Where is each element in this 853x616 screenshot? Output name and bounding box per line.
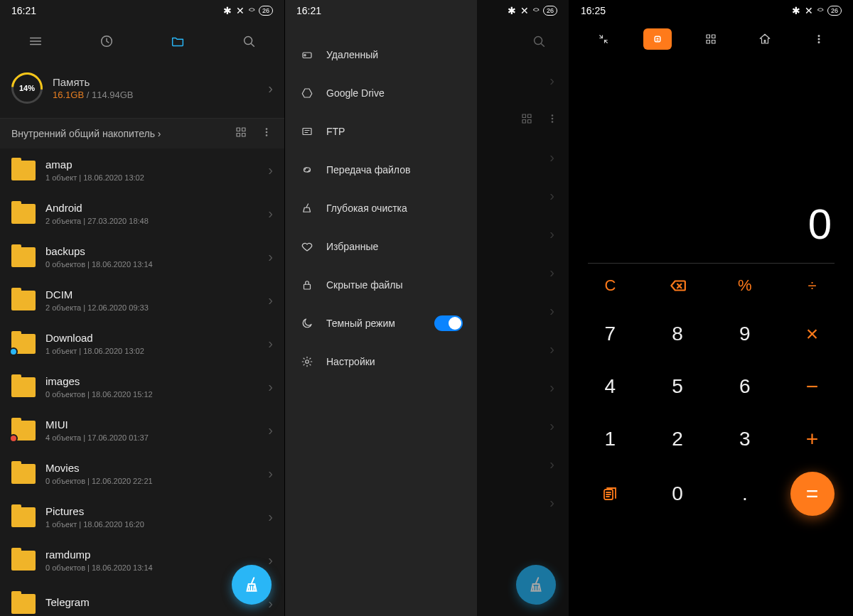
folder-item[interactable]: Movies0 объектов | 12.06.2020 22:21› xyxy=(0,452,284,495)
storage-label: Память xyxy=(53,76,268,88)
folder-icon xyxy=(11,377,36,397)
calculator-action-row: C % ÷ xyxy=(569,264,853,308)
wifi-icon: ⌔ xyxy=(817,5,823,16)
folder-item[interactable]: images0 объектов | 18.06.2020 15:12› xyxy=(0,365,284,409)
folder-item[interactable]: Download1 объект | 18.06.2020 13:02› xyxy=(0,322,284,365)
breadcrumb[interactable]: Внутренний общий накопитель › xyxy=(11,128,235,139)
broom-icon xyxy=(299,200,315,216)
folder-item[interactable]: amap1 объект | 18.06.2020 13:02› xyxy=(0,148,284,192)
calculator-mode-tabs xyxy=(569,21,853,57)
svg-point-18 xyxy=(304,55,306,56)
menu-item-gear[interactable]: Настройки xyxy=(285,342,477,381)
key-dot[interactable]: . xyxy=(712,468,779,520)
folder-icon xyxy=(11,551,36,571)
standard-mode-tab[interactable] xyxy=(643,28,672,50)
svg-point-9 xyxy=(535,37,542,45)
key-1[interactable]: 1 xyxy=(576,413,644,465)
key-minus[interactable]: − xyxy=(778,360,846,413)
search-button[interactable] xyxy=(229,21,269,61)
svg-rect-13 xyxy=(528,120,532,124)
folder-item[interactable]: Pictures1 объект | 18.06.2020 16:20› xyxy=(0,495,284,539)
more-button[interactable] xyxy=(260,126,273,141)
storage-summary[interactable]: 14% Память 16.1GB / 114.94GB › xyxy=(0,61,284,118)
menu-button[interactable] xyxy=(16,21,55,61)
folder-item[interactable]: Android2 объекта | 27.03.2020 18:48› xyxy=(0,192,284,235)
svg-rect-4 xyxy=(237,134,240,137)
folder-name: MIUI xyxy=(45,418,268,431)
heart-icon xyxy=(299,239,315,254)
menu-item-label: Темный режим xyxy=(326,318,434,329)
chevron-right-icon: › xyxy=(549,379,554,396)
status-time: 16:21 xyxy=(11,5,36,16)
chevron-right-icon: › xyxy=(268,335,273,352)
menu-item-broom[interactable]: Глубокая очистка xyxy=(285,189,477,227)
grid-view-icon[interactable] xyxy=(520,112,533,125)
menu-item-link[interactable]: Передача файлов xyxy=(285,151,477,189)
currency-mode-tab[interactable] xyxy=(751,28,779,50)
bluetooth-icon: ✱ xyxy=(223,5,232,16)
equals-button[interactable]: = xyxy=(778,472,846,516)
percent-button[interactable]: % xyxy=(724,276,766,295)
folder-icon xyxy=(11,334,36,354)
folder-icon xyxy=(11,161,36,180)
menu-item-drive[interactable]: Google Drive xyxy=(285,74,477,112)
alert-badge-icon xyxy=(9,434,18,443)
lock-icon xyxy=(299,277,315,293)
collapse-icon[interactable] xyxy=(589,28,618,50)
cleaner-fab[interactable] xyxy=(232,565,272,605)
cleaner-fab[interactable] xyxy=(516,565,556,605)
key-3[interactable]: 3 xyxy=(712,413,779,465)
bg-view-controls xyxy=(476,99,569,138)
folder-meta: 1 объект | 18.06.2020 16:20 xyxy=(45,520,268,529)
menu-item-label: Избранные xyxy=(326,241,463,252)
key-8[interactable]: 8 xyxy=(644,308,712,360)
battery-indicator: 26 xyxy=(827,6,842,16)
converter-mode-tab[interactable] xyxy=(697,28,725,50)
status-time: 16:25 xyxy=(581,5,606,16)
status-bar: 16:21 ✱ ✕ ⌔ 26 xyxy=(285,0,569,21)
link-icon xyxy=(299,162,315,178)
menu-item-moon[interactable]: Темный режим xyxy=(285,304,477,342)
key-7[interactable]: 7 xyxy=(576,308,644,360)
folder-item[interactable]: backups0 объектов | 18.06.2020 13:14› xyxy=(0,235,284,279)
chevron-right-icon: › xyxy=(268,249,273,265)
dark-mode-toggle[interactable] xyxy=(434,315,463,331)
menu-item-lock[interactable]: Скрытые файлы xyxy=(285,266,477,304)
storage-used: 16.1GB xyxy=(53,90,84,100)
menu-item-cloud[interactable]: Удаленный xyxy=(285,36,477,74)
key-9[interactable]: 9 xyxy=(712,308,779,360)
chevron-right-icon: › xyxy=(549,495,554,511)
svg-rect-12 xyxy=(522,120,526,124)
grid-view-button[interactable] xyxy=(235,126,247,141)
key-6[interactable]: 6 xyxy=(712,360,779,413)
key-plus[interactable]: + xyxy=(778,413,846,465)
divide-button[interactable]: ÷ xyxy=(791,276,834,295)
key-2[interactable]: 2 xyxy=(644,413,712,465)
key-0[interactable]: 0 xyxy=(644,468,712,520)
key-4[interactable]: 4 xyxy=(576,360,644,413)
status-icons: ✱ ✕ ⌔ 26 xyxy=(508,5,557,16)
menu-item-heart[interactable]: Избранные xyxy=(285,227,477,266)
recent-tab[interactable] xyxy=(87,21,127,61)
drive-icon xyxy=(299,85,315,101)
history-button[interactable] xyxy=(576,485,644,502)
folder-item[interactable]: MIUI4 объекта | 17.06.2020 01:37› xyxy=(0,409,284,452)
dimmed-background[interactable]: › › › › › › › › › › › xyxy=(476,0,569,616)
clear-button[interactable]: C xyxy=(589,276,631,295)
more-button[interactable] xyxy=(805,28,833,50)
chevron-right-icon: › xyxy=(268,379,273,395)
status-time: 16:21 xyxy=(296,5,321,16)
menu-item-ftp[interactable]: FTP xyxy=(285,112,477,151)
folder-meta: 0 объектов | 18.06.2020 15:12 xyxy=(45,390,268,399)
files-tab[interactable] xyxy=(158,21,198,61)
breadcrumb-row: Внутренний общий накопитель › xyxy=(0,118,284,148)
svg-point-8 xyxy=(266,135,267,136)
key-5[interactable]: 5 xyxy=(644,360,712,413)
folder-icon xyxy=(11,204,36,224)
search-button[interactable] xyxy=(519,21,559,61)
top-tabs xyxy=(0,21,284,61)
folder-item[interactable]: DCIM2 объекта | 12.06.2020 09:33› xyxy=(0,279,284,322)
backspace-button[interactable] xyxy=(656,276,699,295)
more-icon[interactable] xyxy=(546,112,559,125)
key-multiply[interactable]: × xyxy=(778,308,846,360)
